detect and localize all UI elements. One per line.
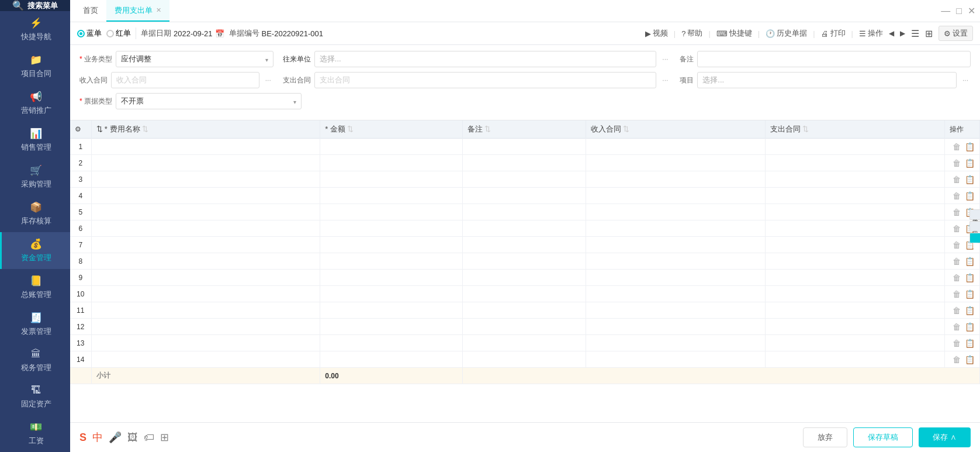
sidebar-item-invoice[interactable]: 🧾 发票管理 [0,306,70,343]
row-delete-5[interactable]: 🗑 [953,208,961,217]
save-draft-button[interactable]: 保存草稿 [853,427,913,447]
th-income-contract[interactable]: 收入合同 ⇅ [586,120,765,139]
project-dots[interactable]: ··· [960,76,971,84]
row-note-10[interactable] [462,286,586,302]
radio-blue[interactable]: 蓝单 [77,28,102,39]
row-expense-contract-7[interactable] [765,237,944,253]
row-expense-name-6[interactable] [91,220,320,237]
row-amount-10[interactable] [320,286,462,302]
row-delete-12[interactable]: 🗑 [953,322,961,332]
row-expense-contract-14[interactable] [765,351,944,368]
close-button[interactable]: ✕ [968,5,975,16]
row-income-contract-6[interactable] [586,220,765,237]
sidebar-item-marketing[interactable]: 📢 营销推广 [0,85,70,122]
row-delete-6[interactable]: 🗑 [953,224,961,233]
row-expense-name-9[interactable] [91,270,320,286]
row-copy-14[interactable]: 📋 [965,355,975,364]
row-expense-contract-2[interactable] [765,155,944,171]
th-amount[interactable]: * 金额 ⇅ [320,120,462,139]
sidebar-item-tax[interactable]: 🏛 税务管理 [0,343,70,379]
row-expense-contract-9[interactable] [765,270,944,286]
row-note-12[interactable] [462,319,586,335]
row-expense-contract-4[interactable] [765,188,944,204]
row-expense-name-2[interactable] [91,155,320,171]
row-amount-8[interactable] [320,253,462,270]
remark-input[interactable] [697,51,971,67]
row-delete-9[interactable]: 🗑 [953,273,961,282]
row-note-9[interactable] [462,270,586,286]
row-amount-14[interactable] [320,351,462,368]
operations-action[interactable]: ☰ 操作 [859,28,883,39]
th-expense-name[interactable]: ⇅ * 费用名称 ⇅ [91,120,320,139]
invoice-type-select[interactable]: 不开票 [116,93,302,109]
row-delete-14[interactable]: 🗑 [953,355,961,364]
counterpart-input[interactable]: 选择... [314,51,657,67]
row-expense-contract-10[interactable] [765,286,944,302]
row-delete-7[interactable]: 🗑 [953,240,961,250]
row-expense-name-4[interactable] [91,188,320,204]
row-delete-4[interactable]: 🗑 [953,191,961,201]
row-income-contract-11[interactable] [586,302,765,319]
row-amount-7[interactable] [320,237,462,253]
row-expense-name-3[interactable] [91,171,320,188]
income-contract-input[interactable]: 收入合同 [111,72,259,88]
row-amount-2[interactable] [320,155,462,171]
view-grid[interactable]: ⊞ [925,28,933,39]
shortcuts-action[interactable]: ⌨ 快捷键 [716,28,752,39]
tab-expense[interactable]: 费用支出单 ✕ [106,0,169,22]
row-note-6[interactable] [462,220,586,237]
row-income-contract-7[interactable] [586,237,765,253]
radio-red[interactable]: 红单 [106,28,131,39]
settings-button[interactable]: ⚙ 设置 [939,26,973,41]
row-expense-contract-6[interactable] [765,220,944,237]
mic-icon[interactable]: 🎤 [109,431,122,444]
sidebar-item-project-contract[interactable]: 📁 项目合同 [0,48,70,85]
nav-prev[interactable]: ◀ [889,29,894,37]
row-note-1[interactable] [462,139,586,155]
row-delete-8[interactable]: 🗑 [953,257,961,266]
row-copy-4[interactable]: 📋 [965,191,975,201]
row-copy-9[interactable]: 📋 [965,273,975,282]
row-income-contract-2[interactable] [586,155,765,171]
row-amount-1[interactable] [320,139,462,155]
row-income-contract-4[interactable] [586,188,765,204]
history-action[interactable]: 🕐 历史单据 [766,28,807,39]
float-tab-assist[interactable]: 协同 [969,233,980,243]
row-income-contract-10[interactable] [586,286,765,302]
project-input[interactable]: 选择... [697,72,957,88]
row-copy-3[interactable]: 📋 [965,175,975,184]
sidebar-item-purchase[interactable]: 🛒 采购管理 [0,158,70,195]
sidebar-item-payroll[interactable]: 💵 工资 [0,415,70,452]
video-action[interactable]: ▶ 视频 [645,28,668,39]
row-note-4[interactable] [462,188,586,204]
tab-home[interactable]: 首页 [75,0,106,22]
sidebar-item-inventory[interactable]: 📦 库存核算 [0,195,70,232]
save-button[interactable]: 保存 ∧ [919,427,971,447]
row-note-8[interactable] [462,253,586,270]
calendar-icon[interactable]: 📅 [215,29,224,38]
row-copy-13[interactable]: 📋 [965,339,975,348]
row-amount-9[interactable] [320,270,462,286]
row-delete-13[interactable]: 🗑 [953,339,961,348]
row-amount-5[interactable] [320,204,462,220]
discard-button[interactable]: 放弃 [803,427,847,447]
row-expense-name-10[interactable] [91,286,320,302]
row-copy-1[interactable]: 📋 [965,142,975,151]
sidebar-item-sales[interactable]: 📊 销售管理 [0,122,70,158]
row-income-contract-9[interactable] [586,270,765,286]
row-note-11[interactable] [462,302,586,319]
business-type-select[interactable]: 应付调整 [116,51,273,67]
row-expense-name-13[interactable] [91,335,320,351]
row-expense-name-1[interactable] [91,139,320,155]
row-income-contract-14[interactable] [586,351,765,368]
row-income-contract-3[interactable] [586,171,765,188]
row-note-14[interactable] [462,351,586,368]
row-expense-name-12[interactable] [91,319,320,335]
sidebar-item-quick-nav[interactable]: ⚡ 快捷导航 [0,11,70,48]
float-tab-log[interactable]: 日志 [969,221,980,232]
row-amount-3[interactable] [320,171,462,188]
tab-expense-close[interactable]: ✕ [156,6,161,14]
row-income-contract-1[interactable] [586,139,765,155]
row-expense-contract-5[interactable] [765,204,944,220]
th-note[interactable]: 备注 ⇅ [462,120,586,139]
